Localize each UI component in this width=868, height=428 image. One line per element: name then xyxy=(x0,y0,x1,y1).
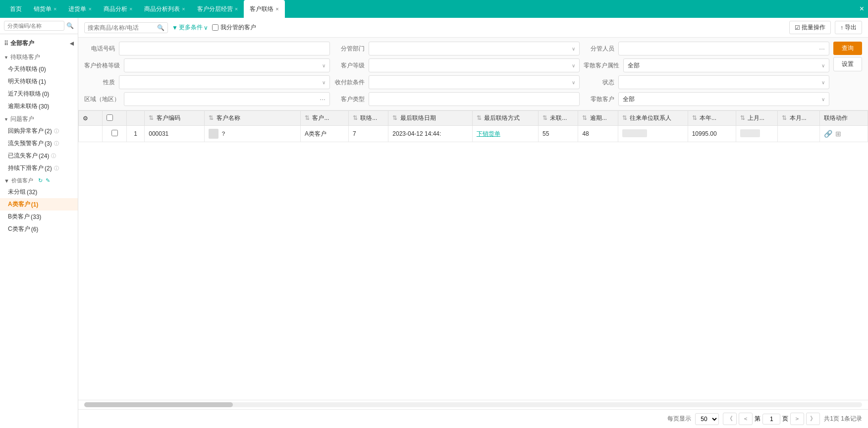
col-customer-name[interactable]: ⇅ 客户名称 xyxy=(205,111,301,126)
dept-label: 分管部门 xyxy=(334,45,369,53)
filter-bar: 🔍 ▼ 更多条件 ∨ 我分管的客户 ☑ 批量操作 ↑ 导出 xyxy=(78,18,868,38)
last-contact-method-link[interactable]: 下销货单 xyxy=(477,130,500,137)
page-navigation: 《 ＜ 第 页 ＞ 》 xyxy=(723,413,820,425)
nav-customer-tier-close[interactable]: × xyxy=(235,6,238,12)
sidebar-item-churn-warning[interactable]: 流失预警客户 (3) ⓘ xyxy=(0,137,78,150)
nav-customer-contact-close[interactable]: × xyxy=(275,6,278,12)
col-overdue[interactable]: ⇅ 逾期... xyxy=(578,111,618,126)
customer-name-cell: ？ xyxy=(205,126,301,142)
col-last-month[interactable]: ⇅ 上月... xyxy=(736,111,778,126)
price-level-select[interactable]: ∨ xyxy=(124,58,330,72)
page-size-select[interactable]: 50 xyxy=(695,413,719,425)
nav-customer-tier[interactable]: 客户分层经营 × xyxy=(191,0,244,18)
dept-arrow: ∨ xyxy=(572,46,575,52)
scrollbar-thumb[interactable] xyxy=(84,402,233,407)
phone-input[interactable] xyxy=(119,42,330,55)
col-last-contact-method[interactable]: ⇅ 最后联络方式 xyxy=(472,111,538,126)
7days-badge: (0) xyxy=(42,91,50,98)
row-checkbox-cell[interactable] xyxy=(103,126,126,142)
search-input[interactable] xyxy=(88,24,157,31)
nav-customer-contact[interactable]: 客户联络 × xyxy=(244,0,284,18)
page-number-input[interactable] xyxy=(762,414,780,425)
nav-sales[interactable]: 销货单 × xyxy=(28,0,62,18)
nav-purchase-close[interactable]: × xyxy=(88,6,91,12)
prev-page-btn[interactable]: ＜ xyxy=(739,413,753,425)
sidebar-item-today[interactable]: 今天待联络 (0) xyxy=(0,63,78,75)
sort-icon: ⇅ xyxy=(149,114,154,121)
contact-grid-icon[interactable]: ⊞ xyxy=(835,130,841,138)
all-customers-header[interactable]: ⠿ 全部客户 ◀ xyxy=(0,36,78,51)
my-customers-filter[interactable]: 我分管的客户 xyxy=(212,23,256,32)
retail-attr-select[interactable]: 全部 ∨ xyxy=(623,58,829,72)
payment-select[interactable]: ∨ xyxy=(369,75,580,89)
search-button[interactable]: 🔍 xyxy=(157,24,164,31)
sidebar-item-overdue[interactable]: 逾期未联络 (30) xyxy=(0,100,78,112)
nav-goods[interactable]: 商品分析 × xyxy=(98,0,138,18)
col-contact[interactable]: ⇅ 联络... xyxy=(348,111,388,126)
export-btn[interactable]: ↑ 导出 xyxy=(835,21,862,34)
manager-input[interactable]: ··· xyxy=(618,42,829,55)
col-this-month[interactable]: ⇅ 本月... xyxy=(778,111,820,126)
edit-icon[interactable]: ✎ xyxy=(46,177,50,184)
nav-goods-list-close[interactable]: × xyxy=(182,6,185,12)
nav-purchase[interactable]: 进货单 × xyxy=(62,0,97,18)
last-page-btn[interactable]: 》 xyxy=(806,413,820,425)
dept-select[interactable]: ∨ xyxy=(369,42,580,55)
customer-level-select[interactable]: ∨ xyxy=(369,58,580,72)
sidebar-search-input[interactable] xyxy=(4,21,64,31)
pending-contact-group: ▼ 待联络客户 xyxy=(0,51,78,63)
sidebar-search-icon[interactable]: 🔍 xyxy=(66,22,74,29)
nav-goods-list[interactable]: 商品分析列表 × xyxy=(138,0,191,18)
nav-goods-close[interactable]: × xyxy=(129,6,132,12)
prev-contact-cell xyxy=(618,126,688,142)
retail-attr-label: 零散客户属性 xyxy=(584,61,623,70)
batch-operation-btn[interactable]: ☑ 批量操作 xyxy=(789,21,831,34)
col-prev-contact[interactable]: ⇅ 往来单位联系人 xyxy=(618,111,688,126)
setting-btn[interactable]: 设置 xyxy=(833,57,862,71)
next-page-btn[interactable]: ＞ xyxy=(790,413,804,425)
scrollbar-track[interactable] xyxy=(84,402,862,407)
data-table-area: ⚙ ⇅ 客户编码 ⇅ 客户名称 xyxy=(78,110,868,400)
sidebar-item-7days[interactable]: 近7天待联络 (0) xyxy=(0,88,78,100)
window-close-btn[interactable]: × xyxy=(860,4,864,13)
customer-code-cell: 000031 xyxy=(145,126,205,142)
sidebar-item-class-c[interactable]: C类客户 (6) xyxy=(0,223,78,235)
select-all-checkbox[interactable] xyxy=(107,114,113,121)
customer-type-input[interactable] xyxy=(369,92,580,106)
more-filters-btn[interactable]: ▼ 更多条件 ∨ xyxy=(172,23,208,32)
col-this-year[interactable]: ⇅ 本年... xyxy=(688,111,736,126)
status-arrow: ∨ xyxy=(821,80,825,85)
col-no-contact[interactable]: ⇅ 未联... xyxy=(539,111,578,126)
row-number: 1 xyxy=(126,126,144,142)
horizontal-scrollbar[interactable] xyxy=(78,400,868,409)
col-customer-type[interactable]: ⇅ 客户... xyxy=(301,111,349,126)
col-customer-code[interactable]: ⇅ 客户编码 xyxy=(145,111,205,126)
col-gear[interactable]: ⚙ xyxy=(79,111,103,126)
sidebar-item-unclassified[interactable]: 未分组 (32) xyxy=(0,186,78,198)
first-page-btn[interactable]: 《 xyxy=(723,413,737,425)
last-contact-method-cell[interactable]: 下销货单 xyxy=(472,126,538,142)
nav-home[interactable]: 首页 xyxy=(4,0,28,18)
nav-sales-close[interactable]: × xyxy=(54,6,56,12)
filter-customer-type: 客户类型 xyxy=(334,92,580,106)
sidebar-item-tomorrow[interactable]: 明天待联络 (1) xyxy=(0,75,78,88)
sidebar-item-class-b[interactable]: B类客户 (33) xyxy=(0,211,78,223)
my-customers-checkbox[interactable] xyxy=(212,24,218,31)
sidebar-item-declining[interactable]: 持续下滑客户 (2) ⓘ xyxy=(0,162,78,174)
price-level-arrow: ∨ xyxy=(322,63,326,68)
retail-customer-select[interactable]: 全部 ∨ xyxy=(618,92,829,106)
region-input[interactable]: ··· xyxy=(124,92,330,106)
filter-dept: 分管部门 ∨ xyxy=(334,42,580,55)
col-checkbox[interactable] xyxy=(103,111,126,126)
refresh-icon[interactable]: ↻ xyxy=(38,177,43,184)
nature-select[interactable]: ∨ xyxy=(119,75,330,89)
region-label: 区域（地区） xyxy=(84,95,124,104)
status-select[interactable]: ∨ xyxy=(618,75,829,89)
sidebar-item-repurchase-anomaly[interactable]: 回购异常客户 (2) ⓘ xyxy=(0,125,78,137)
col-last-contact-date[interactable]: ⇅ 最后联络日期 xyxy=(388,111,473,126)
query-btn[interactable]: 查询 xyxy=(833,42,862,55)
row-checkbox[interactable] xyxy=(111,130,118,136)
sidebar-item-churned[interactable]: 已流失客户 (24) ⓘ xyxy=(0,150,78,162)
sidebar-item-class-a[interactable]: A类客户 (1) xyxy=(0,198,78,211)
contact-link-icon[interactable]: 🔗 xyxy=(824,130,832,138)
